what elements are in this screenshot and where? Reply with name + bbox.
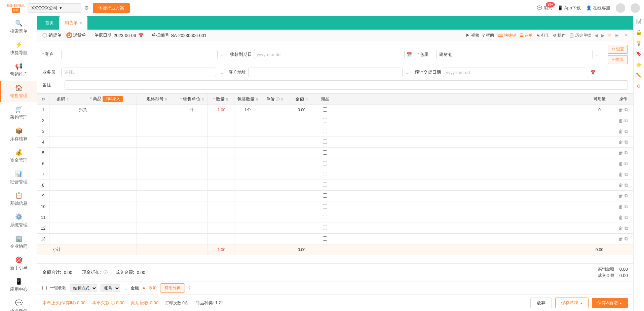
cell-qty-10[interactable] bbox=[207, 212, 234, 223]
cell-price-0[interactable] bbox=[261, 105, 288, 115]
sidebar-item-wechat[interactable]: 💬 企业微信 bbox=[0, 296, 37, 311]
cell-amount-3[interactable] bbox=[288, 137, 315, 148]
cell-amount-10[interactable] bbox=[288, 212, 315, 223]
logo-area[interactable]: 畅捷通好生意 标版 bbox=[4, 1, 28, 15]
cell-amount-11[interactable] bbox=[288, 223, 315, 234]
cell-gift-2[interactable] bbox=[315, 126, 335, 137]
sidebar-item-basics[interactable]: 📋 基础信息 bbox=[0, 188, 37, 210]
delivery-date-input[interactable]: yyyy-mm-dd bbox=[443, 68, 588, 77]
cell-product-2[interactable] bbox=[76, 126, 137, 137]
cell-unit-10[interactable] bbox=[177, 212, 207, 223]
sidebar-item-finance[interactable]: 💰 资金管理 bbox=[0, 145, 37, 167]
cell-price-6[interactable] bbox=[261, 169, 288, 180]
cell-spec-3[interactable] bbox=[137, 137, 177, 148]
cell-price-11[interactable] bbox=[261, 223, 288, 234]
cell-product-1[interactable] bbox=[76, 115, 137, 126]
copy-btn-9[interactable]: ⧉ bbox=[624, 204, 628, 209]
cell-amount-2[interactable] bbox=[288, 126, 315, 137]
copy-btn-1[interactable]: ⧉ bbox=[624, 118, 628, 123]
sidebar-item-inventory[interactable]: 📦 库存核算 bbox=[0, 124, 37, 145]
copy-btn-11[interactable]: ⧉ bbox=[624, 225, 628, 231]
cell-pack-10[interactable] bbox=[234, 212, 261, 223]
payment-date-input[interactable]: yyyy-mm-dd bbox=[254, 50, 405, 59]
cell-gift-5[interactable] bbox=[315, 158, 335, 169]
cell-amount-12[interactable] bbox=[288, 234, 315, 244]
cell-gift-6[interactable] bbox=[315, 169, 335, 180]
cell-spec-7[interactable] bbox=[137, 180, 177, 191]
cell-spec-6[interactable] bbox=[137, 169, 177, 180]
warehouse-input[interactable]: 建材仓 bbox=[436, 50, 593, 59]
cell-spec-5[interactable] bbox=[137, 158, 177, 169]
list-view-icon[interactable]: ≡ bbox=[608, 32, 611, 38]
sidebar-item-purchase[interactable]: 🛒 采购管理 bbox=[0, 102, 37, 124]
sidebar-item-operations[interactable]: 📊 经营管理 bbox=[0, 167, 37, 188]
customer-dots[interactable]: ... bbox=[221, 52, 225, 57]
cell-spec-9[interactable] bbox=[137, 201, 177, 212]
payment-cal-icon[interactable]: 📅 bbox=[407, 52, 412, 57]
delete-btn-0[interactable]: 🗑 bbox=[618, 107, 623, 113]
message-icon-item[interactable]: 💬 消息 99+ bbox=[537, 5, 552, 11]
radio-return-order[interactable]: 退货单 bbox=[67, 32, 86, 38]
app-download-item[interactable]: 📱 App下载 bbox=[558, 5, 581, 11]
delete-btn-7[interactable]: 🗑 bbox=[618, 183, 623, 188]
cell-unit-0[interactable]: 个 bbox=[177, 105, 207, 115]
cell-barcode-3[interactable] bbox=[49, 137, 76, 148]
cell-unit-8[interactable] bbox=[177, 191, 207, 201]
one-key-label[interactable]: 一键收款 bbox=[50, 285, 66, 291]
cell-gift-0[interactable] bbox=[315, 105, 335, 115]
cell-pack-5[interactable] bbox=[234, 158, 261, 169]
cell-unit-1[interactable] bbox=[177, 115, 207, 126]
cell-price-9[interactable] bbox=[261, 201, 288, 212]
cell-gift-3[interactable] bbox=[315, 137, 335, 148]
cell-unit-7[interactable] bbox=[177, 180, 207, 191]
cell-unit-3[interactable] bbox=[177, 137, 207, 148]
cell-product-8[interactable] bbox=[76, 191, 137, 201]
right-panel-edit-icon[interactable]: 📝 bbox=[636, 19, 642, 24]
cell-gift-1[interactable] bbox=[315, 115, 335, 126]
cell-pack-9[interactable] bbox=[234, 201, 261, 212]
cell-product-5[interactable] bbox=[76, 158, 137, 169]
cell-gift-9[interactable] bbox=[315, 201, 335, 212]
history-btn[interactable]: 📋 历史单据 bbox=[569, 33, 591, 38]
sidebar-item-marketing[interactable]: 📢 营销推广 bbox=[0, 59, 37, 81]
cell-product-9[interactable] bbox=[76, 201, 137, 212]
delete-btn-11[interactable]: 🗑 bbox=[618, 226, 623, 231]
delete-btn-6[interactable]: 🗑 bbox=[618, 172, 623, 177]
settings-gear-button[interactable]: ⚙ bbox=[84, 5, 89, 11]
delivery-cal-icon[interactable]: 📅 bbox=[590, 70, 596, 75]
cell-pack-2[interactable] bbox=[234, 126, 261, 137]
sort-qty-icon[interactable]: ⇅ bbox=[226, 98, 228, 101]
nav-prev-icon[interactable]: ◀ bbox=[595, 33, 598, 38]
save-new-button[interactable]: 保存&新增 ▲ bbox=[592, 298, 628, 308]
payment-method-select[interactable]: 结算方式 bbox=[70, 284, 97, 292]
cell-amount-1[interactable] bbox=[288, 115, 315, 126]
cell-qty-6[interactable] bbox=[207, 169, 234, 180]
cell-gift-11[interactable] bbox=[315, 223, 335, 234]
calendar-icon[interactable]: 📅 bbox=[138, 33, 144, 38]
cell-unit-11[interactable] bbox=[177, 223, 207, 234]
cell-price-4[interactable] bbox=[261, 148, 288, 158]
add-icon[interactable]: ● bbox=[143, 285, 145, 290]
cell-amount-5[interactable] bbox=[288, 158, 315, 169]
cell-product-12[interactable] bbox=[76, 234, 137, 244]
owe-info-icon[interactable]: ⓘ bbox=[111, 301, 115, 305]
cell-unit-4[interactable] bbox=[177, 148, 207, 158]
amount-dots[interactable]: ... bbox=[123, 285, 127, 290]
cell-gift-8[interactable] bbox=[315, 191, 335, 201]
customer-addr-input[interactable] bbox=[248, 68, 403, 77]
cell-pack-3[interactable] bbox=[234, 137, 261, 148]
cell-pack-4[interactable] bbox=[234, 148, 261, 158]
trial-plan-button[interactable]: 体验行业方案 bbox=[93, 3, 130, 13]
right-panel-pencil-icon[interactable]: ✏️ bbox=[636, 73, 642, 78]
price-info-icon[interactable]: ⓘ bbox=[276, 97, 280, 102]
cell-pack-0[interactable]: 1个 bbox=[234, 105, 261, 115]
cell-unit-6[interactable] bbox=[177, 169, 207, 180]
fee-split-button[interactable]: 费用分摊 bbox=[160, 283, 185, 293]
shortcut-btn[interactable]: ⌨ 快捷键 bbox=[497, 33, 516, 38]
cell-qty-11[interactable] bbox=[207, 223, 234, 234]
close-form-icon[interactable]: × bbox=[625, 32, 628, 38]
copy-btn-7[interactable]: ⧉ bbox=[624, 182, 628, 188]
cell-price-1[interactable] bbox=[261, 115, 288, 126]
cell-gift-7[interactable] bbox=[315, 180, 335, 191]
print-btn[interactable]: 🖨 打印 bbox=[536, 33, 549, 38]
